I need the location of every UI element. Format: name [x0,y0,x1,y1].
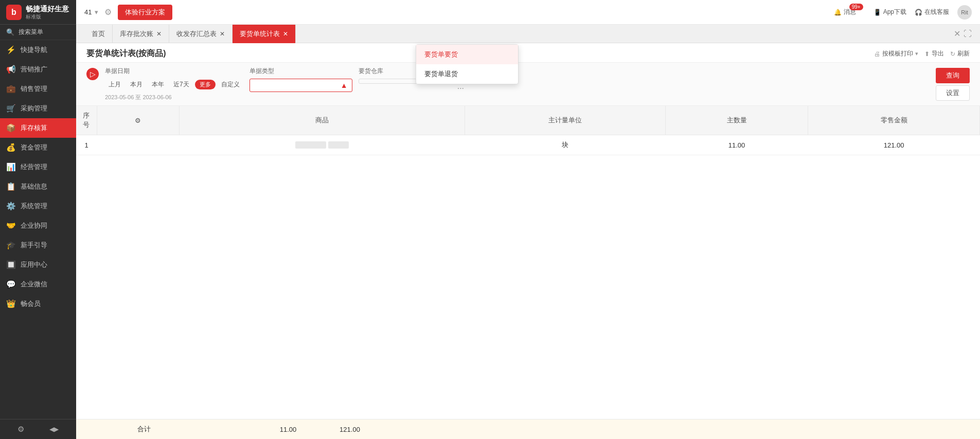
tab-receipt-summary[interactable]: 收发存汇总表 ✕ [169,25,233,43]
cell-quantity: 11.00 [665,135,808,155]
page-title: 要货单统计表(按商品) [86,48,166,59]
product-name-placeholder [295,141,326,149]
sidebar-item-membership[interactable]: 👑 畅会员 [0,294,76,314]
guide-icon: 🎓 [6,241,15,250]
date-filter-group: 单据日期 上月 本月 本年 近7天 更多 自定义 2023-05-06 至 20… [105,67,243,101]
sales-icon: 💼 [6,84,15,94]
header-settings-icon[interactable]: ⚙ [104,7,112,17]
col-product: 商品 [179,106,465,135]
date-more-btn[interactable]: 更多 [195,80,216,89]
search-icon: 🔍 [6,28,14,36]
footer-sales-amount: 121.00 [324,426,376,433]
date-btn-custom[interactable]: 自定义 [218,79,243,90]
sidebar-item-quick-nav[interactable]: ⚡ 快捷导航 [0,40,76,60]
app-download-btn[interactable]: 📱 App下载 [874,8,906,16]
refresh-btn[interactable]: ↻ 刷新 [950,49,970,58]
cell-sales-amount: 121.00 [808,135,980,155]
trial-btn[interactable]: 体验行业方案 [118,5,172,20]
notifications-btn[interactable]: 🔔 消息 99+ [834,8,856,16]
membership-icon: 👑 [6,299,15,308]
enterprise-icon: 🤝 [6,221,15,230]
tab-home[interactable]: 首页 [84,25,113,43]
print-chevron-icon: ▾ [915,50,918,57]
sidebar-settings-btn[interactable]: ⚙ [17,425,24,434]
tab-fullscreen-btn[interactable]: ⛶ [964,29,972,39]
header-left: 41 ▾ ⚙ 体验行业方案 [84,5,172,20]
tab-expand-btn[interactable]: ✕ [954,29,960,39]
filter-expand-btn[interactable]: ▷ [86,68,99,80]
header-right: 🔔 消息 99+ 📱 App下载 🎧 在线客服 Rit [834,5,972,20]
sidebar-item-wechat-work[interactable]: 💬 企业微信 [0,275,76,294]
sidebar-item-guide[interactable]: 🎓 新手引导 [0,235,76,255]
cell-settings [97,135,179,155]
cell-unit: 块 [465,135,665,155]
sidebar-collapse-btn[interactable]: ◀▶ [49,426,59,433]
type-select[interactable]: ▲ [250,79,352,92]
expand-icon: ▷ [90,70,96,78]
sidebar-item-inventory[interactable]: 📦 库存核算 [0,118,76,138]
date-options: 上月 本月 本年 近7天 更多 自定义 [105,79,243,90]
tab-bar: 首页 库存批次账 ✕ 收发存汇总表 ✕ 要货单统计表 ✕ ✕ ⛶ [76,25,980,43]
inventory-icon: 📦 [6,123,15,133]
cell-product [179,135,465,155]
page: 要货单统计表(按商品) 🖨 按模板打印 ▾ ⬆ 导出 ↻ 刷新 [76,43,980,439]
export-icon: ⬆ [924,50,930,58]
tab-order-summary[interactable]: 要货单统计表 ✕ [233,25,296,43]
user-avatar[interactable]: Rit [957,5,972,20]
sidebar: b 畅捷通好生意 标准版 🔍 搜索菜单 ⚡ 快捷导航 📢 营销推广 💼 销售管理… [0,0,76,439]
tab-batch-account-close[interactable]: ✕ [156,30,162,38]
quick-nav-icon: ⚡ [6,45,15,54]
operation-icon: 📊 [6,162,15,172]
sidebar-item-finance[interactable]: 💰 资金管理 [0,138,76,157]
date-btn-7days[interactable]: 近7天 [170,79,193,90]
filter-actions: 查询 设置 [936,68,970,101]
type-filter-group: 单据类型 ▲ [250,67,352,92]
tab-order-summary-close[interactable]: ✕ [283,30,288,38]
app-logo: b 畅捷通好生意 标准版 [0,0,76,25]
sidebar-item-operation[interactable]: 📊 经营管理 [0,157,76,177]
basic-info-icon: 📋 [6,182,15,191]
sidebar-footer: ⚙ ◀▶ [0,419,76,439]
footer-label: 合计 [82,425,206,434]
sidebar-item-basic-info[interactable]: 📋 基础信息 [0,177,76,196]
table-footer: 合计 11.00 121.00 [76,419,980,439]
sidebar-item-enterprise[interactable]: 🤝 企业协同 [0,216,76,235]
filter-more-btn[interactable]: ··· [457,84,464,93]
notifications-badge: 99+ [849,4,863,10]
cell-seq: 1 [76,135,97,155]
sidebar-item-marketing[interactable]: 📢 营销推广 [0,60,76,79]
date-btn-last-month[interactable]: 上月 [105,79,124,90]
main-content: 41 ▾ ⚙ 体验行业方案 🔔 消息 99+ 📱 App下载 🎧 在线客服 Ri… [76,0,980,439]
query-btn[interactable]: 查询 [936,68,970,83]
sidebar-item-sales[interactable]: 💼 销售管理 [0,79,76,99]
table-row: 1 块 11.00 121.00 [76,135,980,155]
date-btn-this-month[interactable]: 本月 [127,79,146,90]
print-icon: 🖨 [874,50,880,58]
type-dropdown: 要货单要货 要货单退货 [416,44,519,84]
tab-receipt-summary-close[interactable]: ✕ [220,30,225,38]
sidebar-search[interactable]: 🔍 搜索菜单 [0,25,76,40]
settings-btn[interactable]: 设置 [936,85,970,101]
finance-icon: 💰 [6,143,15,152]
date-btn-this-year[interactable]: 本年 [148,79,168,90]
bell-icon: 🔔 [834,9,842,16]
tab-expand: ✕ ⛶ [954,29,972,39]
col-settings[interactable]: ⚙ [97,106,179,135]
marketing-icon: 📢 [6,65,15,74]
product-code-placeholder [328,141,349,149]
dropdown-item-require-goods[interactable]: 要货单要货 [416,45,518,64]
footer-quantity: 11.00 [257,426,319,433]
mobile-icon: 📱 [874,9,881,16]
sidebar-item-app-center[interactable]: 🔲 应用中心 [0,255,76,275]
app-center-icon: 🔲 [6,260,15,269]
tab-batch-account[interactable]: 库存批次账 ✕ [113,25,169,43]
dropdown-item-require-return[interactable]: 要货单退货 [416,64,518,84]
page-header: 要货单统计表(按商品) 🖨 按模板打印 ▾ ⬆ 导出 ↻ 刷新 [76,43,980,62]
export-btn[interactable]: ⬆ 导出 [924,49,944,58]
store-selector[interactable]: 41 ▾ [84,8,98,16]
online-service-btn[interactable]: 🎧 在线客服 [915,8,949,16]
logo-text: 畅捷通好生意 标准版 [26,4,69,20]
print-btn[interactable]: 🖨 按模板打印 ▾ [874,49,918,58]
sidebar-item-purchase[interactable]: 🛒 采购管理 [0,99,76,118]
sidebar-item-system[interactable]: ⚙️ 系统管理 [0,196,76,216]
